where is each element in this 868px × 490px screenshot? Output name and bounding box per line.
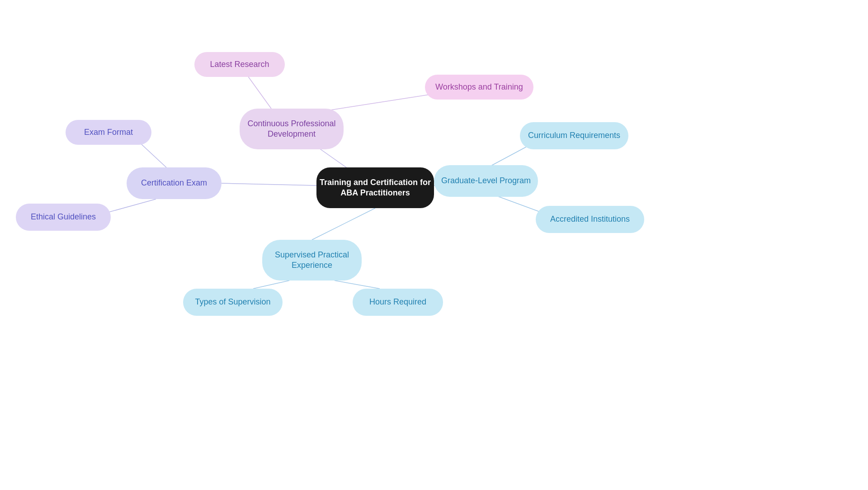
curriculum-label: Curriculum Requirements <box>528 130 620 141</box>
svg-line-11 <box>335 281 380 289</box>
curriculum-node[interactable]: Curriculum Requirements <box>520 122 628 149</box>
accredited-node[interactable]: Accredited Institutions <box>536 206 644 233</box>
hours-label: Hours Required <box>369 297 426 307</box>
workshops-label: Workshops and Training <box>435 82 523 92</box>
ethical-label: Ethical Guidelines <box>31 212 96 222</box>
center-label: Training and Certification for ABA Pract… <box>316 177 434 199</box>
center-node[interactable]: Training and Certification for ABA Pract… <box>316 167 434 208</box>
cert-exam-label: Certification Exam <box>141 178 207 188</box>
accredited-label: Accredited Institutions <box>550 214 630 224</box>
types-supervision-label: Types of Supervision <box>195 297 270 307</box>
svg-line-9 <box>312 208 375 240</box>
latest-research-label: Latest Research <box>210 59 269 70</box>
cpd-node[interactable]: Continuous Professional Development <box>240 109 344 149</box>
types-supervision-node[interactable]: Types of Supervision <box>183 289 283 316</box>
supervised-label: Supervised Practical Experience <box>262 250 362 271</box>
grad-program-node[interactable]: Graduate-Level Program <box>434 165 538 197</box>
ethical-guidelines-node[interactable]: Ethical Guidelines <box>16 204 111 231</box>
workshops-node[interactable]: Workshops and Training <box>425 75 533 100</box>
exam-format-label: Exam Format <box>84 127 133 138</box>
exam-format-node[interactable]: Exam Format <box>66 120 151 145</box>
cert-exam-node[interactable]: Certification Exam <box>127 167 222 199</box>
latest-research-node[interactable]: Latest Research <box>194 52 285 77</box>
svg-line-3 <box>222 183 316 186</box>
supervised-node[interactable]: Supervised Practical Experience <box>262 240 362 281</box>
grad-program-label: Graduate-Level Program <box>441 176 531 186</box>
hours-required-node[interactable]: Hours Required <box>353 289 443 316</box>
cpd-label: Continuous Professional Development <box>240 119 344 140</box>
svg-line-10 <box>253 281 289 289</box>
